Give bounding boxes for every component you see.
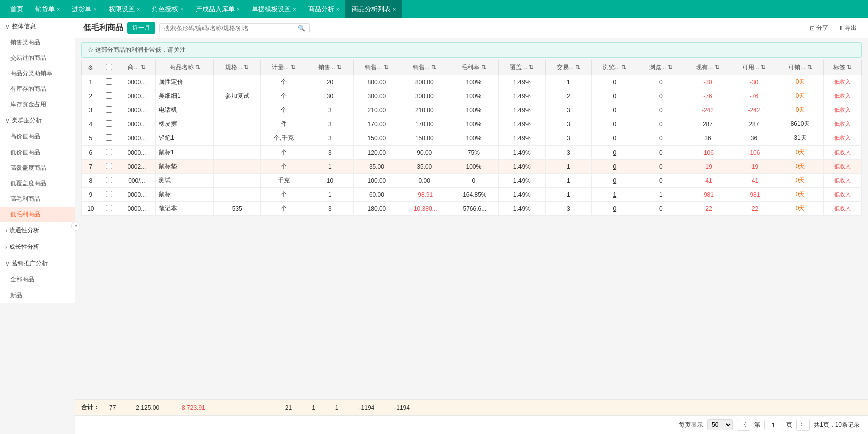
sidebar-group-general[interactable]: ∨ 整体信息 (0, 18, 75, 35)
next-page-button[interactable]: 〉 (796, 419, 810, 431)
close-icon[interactable]: × (57, 6, 60, 12)
row-checkbox[interactable] (100, 103, 118, 117)
sidebar-item-high-margin[interactable]: 高毛利商品 (0, 191, 75, 207)
row-view1[interactable]: 0 (592, 89, 638, 103)
select-all-checkbox[interactable] (106, 64, 112, 70)
prev-page-button[interactable]: 〈 (737, 419, 750, 431)
sidebar-group-marketing[interactable]: ∨ 营销推广分析 (0, 255, 75, 272)
nav-goods-analysis[interactable]: 商品分析 × (302, 0, 345, 18)
close-icon[interactable]: × (137, 6, 140, 12)
nav-finished-goods[interactable]: 产成品入库单 × (190, 0, 246, 18)
sidebar-item-inventory-capital[interactable]: 库存资金占用 (0, 97, 75, 112)
row-name[interactable]: 吴细细1 (155, 89, 214, 103)
row-checkbox[interactable] (100, 174, 118, 188)
close-icon[interactable]: × (293, 6, 296, 12)
sidebar-item-low-value[interactable]: 低价值商品 (0, 144, 75, 160)
row-name[interactable]: 鼠标垫 (155, 160, 214, 174)
row-checkbox[interactable] (100, 188, 118, 202)
row-checkbox[interactable] (100, 160, 118, 174)
col-checkbox[interactable] (100, 60, 118, 75)
col-name[interactable]: 商品名称 ⇅ (155, 60, 214, 75)
row-checkbox[interactable] (100, 146, 118, 160)
view1-link[interactable]: 0 (613, 163, 616, 170)
row-checkbox[interactable] (100, 117, 118, 131)
col-sales-price[interactable]: 销售... ⇅ (354, 60, 400, 75)
view1-link[interactable]: 0 (613, 205, 616, 212)
sidebar-item-inventory-goods[interactable]: 有库存的商品 (0, 81, 75, 97)
view1-link[interactable]: 0 (613, 121, 616, 128)
row-name[interactable]: 鼠标 (155, 188, 214, 202)
sidebar-item-all-goods[interactable]: 全部商品 (0, 272, 75, 287)
row-view1[interactable]: 0 (592, 75, 638, 89)
row-view1[interactable]: 0 (592, 131, 638, 146)
page-number-input[interactable] (764, 420, 782, 430)
close-icon[interactable]: × (237, 6, 240, 12)
col-coverage[interactable]: 覆盖... ⇅ (498, 60, 545, 75)
row-checkbox[interactable] (100, 202, 118, 216)
row-select-checkbox[interactable] (106, 205, 112, 211)
sidebar-group-liquidity[interactable]: › 流通性分析 (0, 222, 75, 239)
view1-link[interactable]: 0 (613, 93, 616, 100)
col-sales-amount[interactable]: 销售... ⇅ (400, 60, 449, 75)
close-icon[interactable]: × (393, 6, 396, 12)
nav-roles[interactable]: 角色授权 × (146, 0, 189, 18)
sidebar-collapse-button[interactable]: « (71, 222, 80, 231)
col-view2[interactable]: 浏览... ⇅ (638, 60, 684, 75)
row-name[interactable]: 橡皮擦 (155, 117, 214, 131)
row-view1[interactable]: 0 (592, 174, 638, 188)
view1-link[interactable]: 0 (613, 177, 616, 184)
sidebar-item-category-rate[interactable]: 商品分类助销率 (0, 66, 75, 81)
nav-template[interactable]: 单据模板设置 × (246, 0, 302, 18)
nav-goods-analysis-list[interactable]: 商品分析列表 × (345, 0, 402, 18)
sidebar-group-growth[interactable]: › 成长性分析 (0, 239, 75, 255)
col-view1[interactable]: 浏览... ⇅ (592, 60, 638, 75)
view1-link[interactable]: 0 (613, 107, 616, 114)
row-view1[interactable]: 0 (592, 146, 638, 160)
filter-recent-month-button[interactable]: 近一月 (127, 22, 155, 34)
row-select-checkbox[interactable] (106, 163, 112, 169)
col-sales-qty[interactable]: 销售... ⇅ (307, 60, 354, 75)
nav-purchase[interactable]: 进货单 × (66, 0, 102, 18)
row-select-checkbox[interactable] (106, 177, 112, 183)
col-spec[interactable]: 规格... ⇅ (214, 60, 261, 75)
row-name[interactable]: 测试 (155, 174, 214, 188)
sidebar-item-high-value[interactable]: 高价值商品 (0, 129, 75, 144)
share-button[interactable]: ⊡ 分享 (807, 22, 831, 34)
view1-link[interactable]: 0 (613, 79, 616, 86)
close-icon[interactable]: × (93, 6, 96, 12)
search-input[interactable] (164, 25, 298, 32)
row-select-checkbox[interactable] (106, 134, 112, 141)
row-view1[interactable]: 0 (592, 103, 638, 117)
view1-link[interactable]: 1 (613, 191, 616, 198)
col-saleable[interactable]: 可销... ⇅ (777, 60, 824, 75)
row-checkbox[interactable] (100, 89, 118, 103)
export-button[interactable]: ⬆ 导出 (835, 22, 860, 34)
row-select-checkbox[interactable] (106, 120, 112, 127)
row-name[interactable]: 铅笔1 (155, 131, 214, 146)
row-select-checkbox[interactable] (106, 92, 112, 99)
sidebar-group-cluster[interactable]: ∨ 类群度分析 (0, 112, 75, 129)
row-name[interactable]: 鼠标1 (155, 146, 214, 160)
row-checkbox[interactable] (100, 131, 118, 146)
nav-sales[interactable]: 销货单 × (29, 0, 66, 18)
col-available[interactable]: 可用... ⇅ (731, 60, 777, 75)
row-name[interactable]: 属性定价 (155, 75, 214, 89)
row-view1[interactable]: 1 (592, 188, 638, 202)
sidebar-item-low-coverage[interactable]: 低覆盖度商品 (0, 176, 75, 191)
col-settings[interactable]: ⚙ (82, 60, 100, 75)
row-select-checkbox[interactable] (106, 149, 112, 155)
search-icon[interactable]: 🔍 (298, 25, 305, 32)
row-name[interactable]: 笔记本 (155, 202, 214, 216)
view1-link[interactable]: 0 (613, 149, 616, 156)
sidebar-item-low-margin[interactable]: 低毛利商品 (0, 207, 75, 222)
col-gross-margin[interactable]: 毛利率 ⇅ (449, 60, 498, 75)
row-select-checkbox[interactable] (106, 106, 112, 113)
col-trade[interactable]: 交易... ⇅ (545, 60, 592, 75)
row-select-checkbox[interactable] (106, 191, 112, 197)
row-name[interactable]: 电话机 (155, 103, 214, 117)
row-view1[interactable]: 0 (592, 160, 638, 174)
row-checkbox[interactable] (100, 75, 118, 89)
sidebar-item-high-coverage[interactable]: 高覆盖度商品 (0, 160, 75, 176)
row-view1[interactable]: 0 (592, 117, 638, 131)
nav-home[interactable]: 首页 (4, 0, 29, 18)
